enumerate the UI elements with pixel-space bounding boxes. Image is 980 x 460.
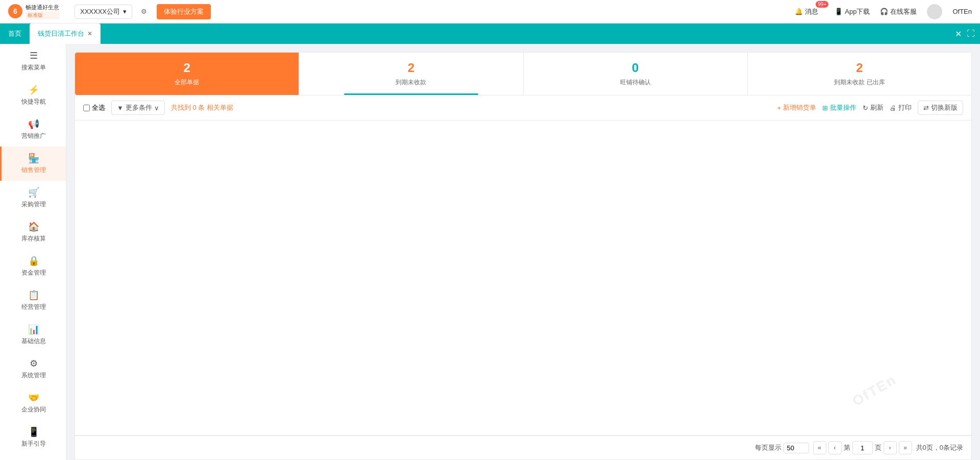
- chevron-down-icon: ∨: [154, 104, 159, 112]
- sidebar-label-sales-mgmt: 销售管理: [21, 166, 46, 175]
- experience-button[interactable]: 体验行业方案: [157, 4, 211, 19]
- page-size-label: 每页显示: [755, 443, 781, 452]
- sidebar-item-marketing[interactable]: 📢 营销推广: [0, 112, 66, 147]
- filter-icon: ▼: [117, 104, 124, 112]
- batch-operation-button[interactable]: ⊞ 批量操作: [822, 103, 856, 112]
- print-label: 打印: [898, 103, 912, 112]
- select-all-label: 全选: [92, 103, 105, 112]
- sidebar-item-app-center[interactable]: 📦 应用中心: [0, 454, 66, 460]
- filter-button[interactable]: ▼ 更多条件 ∨: [111, 101, 165, 115]
- sidebar-label-enterprise-coop: 企业协同: [21, 405, 46, 414]
- sidebar-item-quick-nav[interactable]: ⚡ 快捷导航: [0, 78, 66, 112]
- select-all-checkbox[interactable]: 全选: [83, 103, 105, 112]
- select-all-input[interactable]: [83, 105, 90, 111]
- user-name-label: OfTEn: [952, 8, 972, 15]
- first-page-icon: «: [818, 444, 821, 451]
- stat-card-all-orders[interactable]: 2 全部单据: [75, 53, 299, 95]
- refresh-label: 刷新: [870, 103, 884, 112]
- tab-home-label: 首页: [8, 29, 21, 38]
- sidebar-item-capital-mgmt[interactable]: 🔒 资金管理: [0, 249, 66, 283]
- page-size-selector: 每页显示 10 20 50 100: [755, 443, 809, 453]
- search-menu-icon: ☰: [30, 50, 38, 61]
- last-page-button[interactable]: »: [899, 441, 912, 454]
- mobile-icon: 📱: [835, 8, 843, 15]
- next-page-button[interactable]: ›: [884, 441, 897, 454]
- notification-label: 消息: [805, 7, 818, 16]
- online-service-label: 在线客服: [890, 7, 917, 16]
- logo-area: 6 畅捷通好生意 标准版: [8, 4, 75, 19]
- switch-label: 切换新版: [931, 103, 958, 112]
- tab-bar: 首页 钱货日清工作台 ✕ ✕ ⛶: [0, 23, 980, 44]
- tab-bar-actions: ✕ ⛶: [955, 29, 980, 39]
- sales-icon: 🏪: [28, 153, 39, 164]
- sidebar-item-operations-mgmt[interactable]: 📋 经营管理: [0, 283, 66, 318]
- operations-icon: 📋: [28, 289, 39, 301]
- batch-btn-label: 批量操作: [830, 103, 856, 112]
- top-header: 6 畅捷通好生意 标准版 XXXXXX公司 ▾ ⚙ 体验行业方案 🔔 消息 99…: [0, 0, 980, 23]
- stat-card-overdue-unshipped[interactable]: 2 到期未收款 已出库: [748, 53, 971, 95]
- sidebar-item-basic-info[interactable]: 📊 基础信息: [0, 318, 66, 352]
- sidebar-label-basic-info: 基础信息: [21, 337, 46, 346]
- sidebar-label-inventory: 库存核算: [21, 234, 46, 243]
- first-page-button[interactable]: «: [813, 441, 826, 454]
- tab-home[interactable]: 首页: [0, 23, 30, 44]
- stat-label-all-orders: 全部单据: [175, 78, 199, 87]
- stat-card-overdue-unpaid[interactable]: 2 到期未收款: [299, 53, 523, 95]
- refresh-button[interactable]: ↻ 刷新: [863, 103, 884, 112]
- logo-name: 畅捷通好生意: [26, 4, 59, 11]
- sidebar-item-inventory[interactable]: 🏠 库存核算: [0, 215, 66, 249]
- prev-page-button[interactable]: ‹: [828, 441, 842, 454]
- enterprise-coop-icon: 🤝: [28, 392, 39, 403]
- app-download-button[interactable]: 📱 App下载: [835, 7, 870, 16]
- tab-maximize-icon[interactable]: ⛶: [967, 29, 975, 38]
- online-service-button[interactable]: 🎧 在线客服: [880, 7, 917, 16]
- tab-close-icon[interactable]: ✕: [87, 30, 92, 37]
- found-prefix: 共找到: [171, 104, 191, 111]
- logo-icon: 6: [8, 4, 22, 18]
- page-size-select[interactable]: 10 20 50 100: [783, 443, 809, 453]
- sidebar: ☰ 搜索菜单 ⚡ 快捷导航 📢 营销推广 🏪 销售管理 🛒 采购管理 🏠 库存核…: [0, 44, 66, 460]
- sidebar-item-beginner-guide[interactable]: 📱 新手引导: [0, 420, 66, 454]
- sidebar-label-operations-mgmt: 经营管理: [21, 303, 46, 311]
- refresh-icon: ↻: [863, 104, 868, 112]
- stat-underline: [344, 93, 478, 95]
- switch-version-button[interactable]: ⇄ 切换新版: [918, 101, 963, 115]
- print-icon: 🖨: [890, 104, 896, 112]
- add-btn-label: 新增销货单: [783, 103, 816, 112]
- sidebar-label-search-menu: 搜索菜单: [21, 63, 46, 72]
- stat-number-overdue-unpaid: 2: [408, 61, 414, 75]
- toolbar: 全选 ▼ 更多条件 ∨ 共找到 0 条 相关单据 + 新增销货单 ⊞: [75, 95, 972, 120]
- found-suffix: 相关单据: [207, 104, 233, 111]
- app-download-label: App下载: [845, 7, 870, 16]
- purchase-icon: 🛒: [28, 187, 39, 198]
- sidebar-label-purchase-mgmt: 采购管理: [21, 200, 46, 209]
- table-area: [75, 120, 972, 435]
- main-layout: ☰ 搜索菜单 ⚡ 快捷导航 📢 营销推广 🏪 销售管理 🛒 采购管理 🏠 库存核…: [0, 44, 980, 460]
- beginner-guide-icon: 📱: [28, 426, 39, 438]
- next-page-icon: ›: [889, 444, 891, 451]
- sidebar-item-purchase-mgmt[interactable]: 🛒 采购管理: [0, 181, 66, 215]
- settings-button[interactable]: ⚙: [136, 4, 152, 19]
- tab-cashflow[interactable]: 钱货日清工作台 ✕: [30, 23, 101, 44]
- company-selector[interactable]: XXXXXX公司 ▾: [75, 5, 132, 19]
- add-order-button[interactable]: + 新增销货单: [777, 103, 816, 112]
- user-avatar[interactable]: [927, 4, 942, 19]
- switch-icon: ⇄: [923, 104, 929, 112]
- basic-info-icon: 📊: [28, 324, 39, 335]
- stat-label-overdue-unpaid: 到期未收款: [396, 78, 426, 87]
- last-page-icon: »: [903, 444, 907, 451]
- marketing-icon: 📢: [28, 118, 39, 130]
- notification-button[interactable]: 🔔 消息 99+: [793, 5, 824, 18]
- page-prefix: 第: [844, 443, 850, 452]
- headset-icon: 🎧: [880, 8, 888, 15]
- sidebar-item-search-menu[interactable]: ☰ 搜索菜单: [0, 44, 66, 78]
- sidebar-item-system-mgmt[interactable]: ⚙ 系统管理: [0, 352, 66, 386]
- tab-close-window-icon[interactable]: ✕: [955, 29, 962, 39]
- page-number-input[interactable]: [852, 441, 873, 454]
- page-navigation: « ‹ 第 页 › »: [813, 441, 912, 454]
- sidebar-item-sales-mgmt[interactable]: 🏪 销售管理: [0, 147, 66, 181]
- stat-card-wangpu-confirm[interactable]: 0 旺铺待确认: [524, 53, 748, 95]
- print-button[interactable]: 🖨 打印: [890, 103, 912, 112]
- sidebar-item-enterprise-coop[interactable]: 🤝 企业协同: [0, 386, 66, 420]
- system-icon: ⚙: [30, 358, 38, 369]
